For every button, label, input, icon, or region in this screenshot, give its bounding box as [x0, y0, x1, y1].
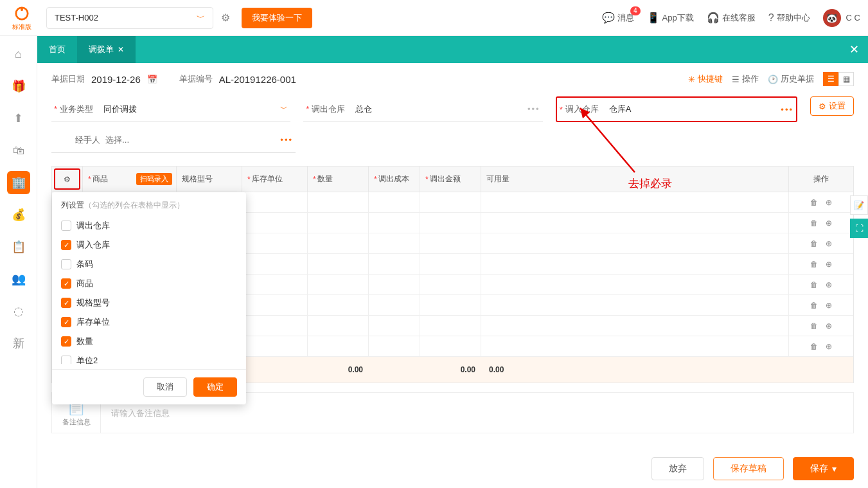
- sidebar-item-warehouse[interactable]: 🏢: [7, 171, 30, 194]
- close-all-icon[interactable]: ✕: [840, 42, 868, 57]
- checkbox-icon[interactable]: [61, 356, 71, 364]
- col-settings-item[interactable]: ✓调入仓库: [61, 235, 237, 255]
- app-download-link[interactable]: 📱 App下载: [647, 12, 694, 24]
- tab-close-icon[interactable]: ✕: [118, 45, 124, 54]
- add-icon[interactable]: ⊕: [826, 239, 832, 248]
- col-settings-item[interactable]: ✓商品: [61, 274, 237, 293]
- col-settings-item[interactable]: ✓库存单位: [61, 312, 237, 332]
- sidebar-item-gift[interactable]: 🎁: [7, 75, 30, 98]
- col-settings-item[interactable]: 条码: [61, 255, 237, 274]
- org-selector[interactable]: TEST-H002 ﹀: [46, 7, 213, 29]
- settings-button[interactable]: ⚙ 设置: [810, 96, 854, 116]
- shortcut-link[interactable]: ✳快捷键: [688, 73, 723, 85]
- more-icon[interactable]: •••: [781, 105, 793, 114]
- scan-entry-button[interactable]: 扫码录入: [136, 173, 172, 185]
- add-icon[interactable]: ⊕: [826, 198, 832, 207]
- delete-icon[interactable]: 🗑: [810, 321, 818, 330]
- messages-link[interactable]: 💬 消息 4: [602, 12, 634, 24]
- user-menu[interactable]: 🐼 C C: [823, 9, 860, 27]
- out-wh-label: 调出仓库: [312, 104, 350, 115]
- add-icon[interactable]: ⊕: [826, 260, 832, 269]
- checkbox-icon[interactable]: ✓: [61, 240, 71, 250]
- col-settings-item-label: 单位2: [76, 355, 98, 364]
- help-center-link[interactable]: ? 帮助中心: [768, 12, 810, 24]
- col-settings-list[interactable]: 调出仓库✓调入仓库条码✓商品✓规格型号✓库存单位✓数量单位2: [52, 216, 246, 364]
- chevron-down-icon: ﹀: [280, 104, 288, 114]
- sidebar-item-loading[interactable]: ◌: [7, 300, 30, 323]
- handler-label: 经手人: [54, 134, 100, 146]
- checkbox-icon[interactable]: [61, 221, 71, 231]
- sidebar-item-contacts[interactable]: 👥: [7, 267, 30, 291]
- sidebar-item-bag[interactable]: 🛍: [7, 139, 30, 162]
- delete-icon[interactable]: 🗑: [810, 239, 818, 248]
- add-icon[interactable]: ⊕: [826, 342, 832, 351]
- svg-rect-1: [21, 7, 23, 11]
- delete-icon[interactable]: 🗑: [810, 301, 818, 310]
- grid-header: ⚙ *商品 扫码录入 规格型号 *库存单位 *数量 *调出成本 *调出金额 可用…: [52, 167, 853, 192]
- field-in-warehouse[interactable]: * 调入仓库 仓库A •••: [556, 96, 797, 122]
- view-list[interactable]: ☰: [823, 72, 838, 86]
- col-settings-item[interactable]: 单位2: [61, 351, 237, 364]
- col-settings-item-label: 库存单位: [76, 316, 110, 328]
- handler-input[interactable]: [100, 135, 280, 145]
- col-settings-ok[interactable]: 确定: [193, 377, 237, 397]
- view-grid[interactable]: ▦: [838, 72, 854, 86]
- logo-sub: 标准版: [12, 23, 31, 32]
- online-service-label: 在线客服: [722, 12, 756, 24]
- sidebar-item-new[interactable]: 新: [7, 332, 30, 355]
- sidebar-item-up[interactable]: ⬆: [7, 107, 30, 130]
- history-icon: 🕑: [768, 75, 778, 84]
- delete-icon[interactable]: 🗑: [810, 198, 818, 207]
- delete-icon[interactable]: 🗑: [810, 260, 818, 269]
- sidebar: ⌂ 🎁 ⬆ 🛍 🏢 💰 📋 👥 ◌ 新: [0, 36, 37, 488]
- checkbox-icon[interactable]: ✓: [61, 317, 71, 327]
- col-settings-item[interactable]: 调出仓库: [61, 216, 237, 235]
- delete-icon[interactable]: 🗑: [810, 219, 818, 228]
- checkbox-icon[interactable]: ✓: [61, 278, 71, 289]
- checkbox-icon[interactable]: ✓: [61, 336, 71, 347]
- float-note-icon[interactable]: 📝: [850, 195, 868, 215]
- col-settings-item-label: 商品: [76, 278, 93, 289]
- col-settings-item-label: 调入仓库: [76, 239, 110, 251]
- sidebar-item-home[interactable]: ⌂: [7, 42, 30, 66]
- tab-transfer[interactable]: 调拨单 ✕: [77, 36, 136, 63]
- sidebar-item-money[interactable]: 💰: [7, 203, 30, 226]
- col-settings-item-label: 数量: [76, 336, 93, 347]
- more-icon[interactable]: •••: [527, 104, 540, 114]
- float-expand-icon[interactable]: ⛶: [850, 219, 868, 238]
- delete-icon[interactable]: 🗑: [810, 342, 818, 351]
- col-settings-item[interactable]: ✓数量: [61, 332, 237, 351]
- col-settings-gear[interactable]: ⚙: [52, 167, 83, 192]
- online-service-link[interactable]: 🎧 在线客服: [707, 12, 756, 24]
- save-button[interactable]: 保存 ▾: [793, 457, 854, 480]
- checkbox-icon[interactable]: [61, 259, 71, 269]
- history-link[interactable]: 🕑历史单据: [768, 73, 814, 85]
- total-amt: 0.00: [420, 365, 481, 374]
- save-draft-button[interactable]: 保存草稿: [713, 457, 784, 480]
- add-icon[interactable]: ⊕: [826, 321, 832, 330]
- sidebar-item-clipboard[interactable]: 📋: [7, 235, 30, 258]
- discard-button[interactable]: 放弃: [651, 457, 704, 480]
- field-biz-type[interactable]: * 业务类型 同价调拨 ﹀: [51, 96, 290, 122]
- field-out-warehouse[interactable]: * 调出仓库 总仓 •••: [303, 96, 542, 122]
- tab-home[interactable]: 首页: [37, 36, 77, 63]
- operate-link[interactable]: ☰操作: [732, 73, 759, 85]
- trial-button[interactable]: 我要体验一下: [242, 8, 312, 28]
- shortcut-icon: ✳: [688, 75, 695, 84]
- col-settings-cancel[interactable]: 取消: [143, 377, 187, 397]
- add-icon[interactable]: ⊕: [826, 280, 832, 289]
- delete-icon[interactable]: 🗑: [810, 280, 818, 289]
- gear-icon: ⚙: [819, 102, 826, 111]
- field-handler[interactable]: 经手人 •••: [51, 127, 296, 153]
- chevron-down-icon: ﹀: [197, 12, 205, 24]
- form-row-2: 经手人 •••: [51, 127, 854, 153]
- add-icon[interactable]: ⊕: [826, 301, 832, 310]
- checkbox-icon[interactable]: ✓: [61, 298, 71, 308]
- in-wh-label: 调入仓库: [565, 104, 604, 115]
- doc-date-value[interactable]: 2019-12-26: [91, 74, 141, 85]
- col-settings-item[interactable]: ✓规格型号: [61, 293, 237, 312]
- add-icon[interactable]: ⊕: [826, 219, 832, 228]
- calendar-icon[interactable]: 📅: [147, 75, 157, 84]
- more-icon[interactable]: •••: [280, 135, 293, 145]
- settings-gear-icon[interactable]: ⚙: [221, 12, 230, 24]
